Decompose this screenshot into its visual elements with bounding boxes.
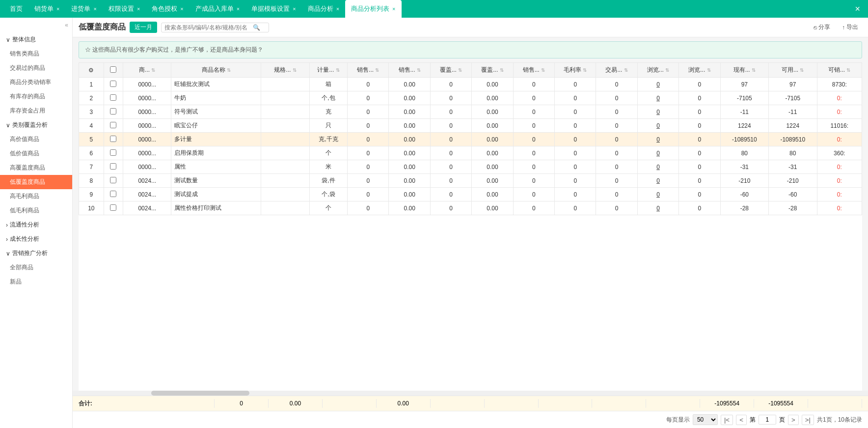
row-checkbox[interactable] — [104, 91, 123, 105]
sidebar-item-low-margin[interactable]: 低毛利商品 — [0, 203, 72, 218]
chevron-down-icon: ∨ — [6, 36, 10, 43]
col-header-trade[interactable]: 交易... ⇅ — [596, 63, 637, 78]
nav-template-settings[interactable]: 单据模板设置 × — [245, 0, 301, 18]
row-browse1[interactable]: 0 — [637, 119, 678, 133]
select-all-checkbox[interactable] — [110, 66, 116, 73]
row-browse1[interactable]: 0 — [637, 78, 678, 91]
search-input[interactable] — [164, 24, 253, 31]
sidebar-item-low-value[interactable]: 低价值商品 — [0, 146, 72, 161]
close-icon[interactable]: × — [293, 0, 296, 18]
row-gross: 0 — [555, 146, 596, 160]
export-button[interactable]: ↑ 导出 — [838, 22, 862, 33]
row-browse1[interactable]: 0 — [637, 133, 678, 146]
sidebar-group-growth[interactable]: › 成长性分析 — [0, 232, 72, 246]
share-button[interactable]: ⎋ 分享 — [810, 22, 834, 33]
last-page-button[interactable]: >| — [802, 415, 814, 425]
nav-close-all[interactable]: × — [851, 4, 864, 14]
sidebar-item-in-stock[interactable]: 有库存的商品 — [0, 89, 72, 104]
row-gross: 0 — [555, 174, 596, 188]
prev-page-button[interactable]: < — [736, 415, 747, 425]
row-browse1[interactable]: 0 — [637, 188, 678, 201]
nav-product-inbound[interactable]: 产成品入库单 × — [190, 0, 245, 18]
col-header-cover1[interactable]: 覆盖... ⇅ — [430, 63, 471, 78]
nav-product-analysis-list[interactable]: 商品分析列表 × — [345, 0, 401, 18]
row-checkbox[interactable] — [104, 174, 123, 188]
col-header-sellable[interactable]: 可销... ⇅ — [817, 63, 862, 78]
close-icon[interactable]: × — [392, 0, 395, 18]
next-page-button[interactable]: > — [788, 415, 799, 425]
row-checkbox[interactable] — [104, 201, 123, 215]
sidebar-item-category-turnover[interactable]: 商品分类动销率 — [0, 75, 72, 89]
col-header-checkbox[interactable] — [104, 63, 123, 78]
first-page-button[interactable]: |< — [721, 415, 733, 425]
row-checkbox[interactable] — [104, 105, 123, 119]
sidebar-item-high-margin[interactable]: 高毛利商品 — [0, 189, 72, 203]
col-header-code[interactable]: 商... ⇅ — [123, 63, 171, 78]
row-sellable: 11016: — [817, 119, 862, 133]
col-header-spec[interactable]: 规格... ⇅ — [261, 63, 309, 78]
row-checkbox[interactable] — [104, 146, 123, 160]
row-checkbox[interactable] — [104, 160, 123, 174]
nav-product-analysis[interactable]: 商品分析 × — [302, 0, 345, 18]
row-name: 牛奶 — [171, 91, 261, 105]
col-header-sales2[interactable]: 销售... ⇅ — [513, 63, 554, 78]
row-gross: 0 — [555, 78, 596, 91]
col-header-browse2[interactable]: 浏览... ⇅ — [679, 63, 720, 78]
row-checkbox[interactable] — [104, 119, 123, 133]
time-filter-button[interactable]: 近一月 — [130, 22, 157, 33]
row-sales-qty: 0 — [348, 146, 389, 160]
col-header-unit[interactable]: 计量... ⇅ — [309, 63, 347, 78]
sidebar-group-marketing[interactable]: ∨ 营销推广分析 — [0, 246, 72, 260]
page-number-input[interactable] — [759, 415, 776, 425]
row-browse1[interactable]: 0 — [637, 160, 678, 174]
nav-permissions[interactable]: 权限设置 × — [103, 0, 146, 18]
row-browse1[interactable]: 0 — [637, 174, 678, 188]
col-header-gross[interactable]: 毛利率 ⇅ — [555, 63, 596, 78]
close-icon[interactable]: × — [336, 0, 339, 18]
row-browse1[interactable]: 0 — [637, 201, 678, 215]
col-header-cover2[interactable]: 覆盖... ⇅ — [472, 63, 513, 78]
close-icon[interactable]: × — [237, 0, 240, 18]
sidebar-collapse-button[interactable]: « — [0, 18, 72, 32]
sidebar-group-overall[interactable]: ∨ 整体信息 — [0, 32, 72, 47]
col-header-name[interactable]: 商品名称 ⇅ — [171, 63, 261, 78]
page-size-select[interactable]: 50 100 — [693, 414, 718, 425]
row-browse1[interactable]: 0 — [637, 105, 678, 119]
col-header-settings[interactable]: ⚙ — [79, 63, 104, 78]
scrollbar-thumb[interactable] — [151, 391, 249, 396]
footer-sales-qty: 0 — [215, 399, 269, 408]
sidebar-item-inventory-capital[interactable]: 库存资金占用 — [0, 104, 72, 118]
nav-sales-order[interactable]: 销货单 × — [28, 0, 65, 18]
sidebar-item-sales-products[interactable]: 销售类商品 — [0, 47, 72, 61]
close-icon[interactable]: × — [56, 0, 59, 18]
close-icon[interactable]: × — [180, 0, 183, 18]
nav-role-auth[interactable]: 角色授权 × — [146, 0, 189, 18]
col-header-sales-amt[interactable]: 销售... ⇅ — [389, 63, 430, 78]
sidebar-item-all-products[interactable]: 全部商品 — [0, 260, 72, 275]
sidebar-group-liquidity[interactable]: › 流通性分析 — [0, 218, 72, 232]
sidebar-item-high-value[interactable]: 高价值商品 — [0, 132, 72, 146]
sidebar-group-coverage[interactable]: ∨ 类别覆盖分析 — [0, 118, 72, 132]
close-icon[interactable]: × — [93, 0, 96, 18]
row-browse1[interactable]: 0 — [637, 146, 678, 160]
col-header-avail[interactable]: 可用... ⇅ — [769, 63, 817, 78]
nav-purchase-order[interactable]: 进货单 × — [65, 0, 102, 18]
row-sales-qty: 0 — [348, 119, 389, 133]
row-checkbox[interactable] — [104, 78, 123, 91]
row-gross: 0 — [555, 119, 596, 133]
horizontal-scrollbar[interactable] — [73, 391, 868, 396]
sidebar-item-low-coverage[interactable]: 低覆盖度商品 — [0, 175, 72, 189]
nav-home[interactable]: 首页 — [4, 0, 28, 18]
sidebar-item-new-products[interactable]: 新品 — [0, 275, 72, 289]
sidebar-item-high-coverage[interactable]: 高覆盖度商品 — [0, 161, 72, 175]
row-checkbox[interactable] — [104, 188, 123, 201]
row-checkbox[interactable] — [104, 133, 123, 146]
table-row: 10 0024... 属性价格打印测试 个 0 0.00 0 0.00 0 0 … — [79, 201, 862, 215]
sidebar-item-traded-products[interactable]: 交易过的商品 — [0, 61, 72, 75]
col-header-browse1[interactable]: 浏览... ⇅ — [637, 63, 678, 78]
search-icon[interactable]: 🔍 — [253, 24, 260, 31]
row-browse1[interactable]: 0 — [637, 91, 678, 105]
col-header-sales-qty[interactable]: 销售... ⇅ — [348, 63, 389, 78]
col-header-curr[interactable]: 现有... ⇅ — [720, 63, 768, 78]
close-icon[interactable]: × — [137, 0, 140, 18]
